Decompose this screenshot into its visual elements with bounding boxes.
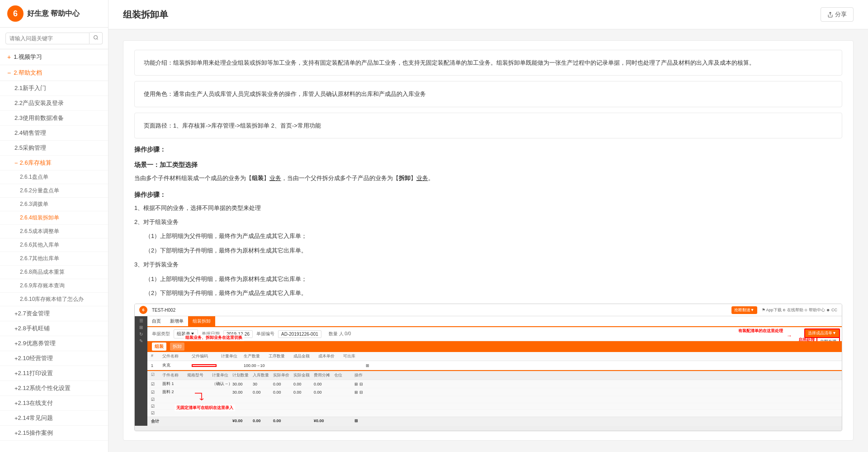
step2-1: （1）上部明细为父件明细，最终作为产成品生成其它入库单； — [145, 231, 842, 241]
mock-logo: 6 — [139, 306, 147, 314]
annotation-1: 有装配清单的在这里处理 — [738, 328, 783, 334]
path-text: 页面路径：1、库存核算->库存管理->组装拆卸单 2、首页->常用功能 — [144, 122, 321, 129]
sidebar-item-cases-label: 2.15操作案例 — [18, 429, 53, 437]
mock-tab-active: 组装拆卸 — [188, 316, 215, 326]
mock-no-label: 单据编号 — [256, 331, 274, 337]
sidebar-item-payment-label: 2.13在线支付 — [18, 399, 53, 407]
intro-box-2: 使用角色：通常由生产人员或库管人员完成拆装业务的操作，库管人员确认原材料的出库和… — [134, 81, 842, 107]
nav-section: + 1.视频学习 − 2.帮助文档 2.1新手入门 2.2产品安装及登录 2.3… — [0, 49, 108, 441]
mock-detail-row-2: ☑ 面料 2 30.00 0.00 0.00 0.00 0.00 — [147, 388, 842, 396]
mock-main: ☰ ⊞ ↻ ✎ 自页 新增单 组装拆卸 — [135, 316, 842, 426]
sidebar-item-print-label: 2.11打印设置 — [18, 369, 53, 377]
search-box — [0, 28, 108, 49]
mock-type-label: 单据类型 — [152, 331, 170, 337]
scene-desc: 当由多个子件材料组装成一个成品的业务为【组装】业务，当由一个父件拆分成多个子产品… — [134, 173, 842, 183]
plus-icon2: + — [14, 310, 18, 317]
annotation-arrow5 — [193, 391, 206, 403]
mock-detail-row-3: ☑ — [147, 396, 842, 403]
sidebar-item-new-label: 2.1新手入门 — [14, 84, 46, 92]
content-area: 功能介绍：组装拆卸单用来处理企业组装或拆卸等加工业务，支持有固定装配清单的产品加… — [123, 40, 854, 441]
mock-disassembly-btn: 拆卸 — [170, 343, 184, 351]
sidebar-item-transfer[interactable]: 2.6.3调拨单 — [0, 198, 108, 211]
search-button[interactable] — [90, 32, 103, 44]
sidebar-item-personalize-label: 2.12系统个性化设置 — [18, 384, 71, 392]
plus-icon6: + — [14, 370, 18, 377]
mock-no-val: AD-20191226-001 — [278, 330, 321, 338]
sidebar-item-cost-adj[interactable]: 2.6.5成本调整单 — [0, 225, 108, 238]
mock-nav-icon4: ✎ — [139, 338, 143, 343]
ops-sub-title: 操作步骤： — [134, 191, 842, 199]
mock-detail-row-5: ☑ — [147, 410, 842, 417]
search-input[interactable] — [5, 33, 90, 44]
plus-icon4: + — [14, 340, 18, 347]
sidebar-item-other-in-label: 2.6.6其他入库单 — [20, 241, 59, 249]
sidebar-item-operation[interactable]: + 2.10经营管理 — [0, 351, 108, 366]
sidebar-item-docs[interactable]: − 2.帮助文档 — [0, 65, 108, 81]
sidebar-item-prepare[interactable]: 2.3使用前数据准备 — [0, 111, 108, 126]
sidebar-item-coupon-label: 2.9优惠券管理 — [18, 339, 56, 347]
scene-title: 场景一：加工类型选择 — [134, 161, 842, 169]
sidebar-item-personalize[interactable]: + 2.12系统个性化设置 — [0, 381, 108, 396]
plus-icon: + — [7, 53, 11, 61]
mock-nav-icon1: ☰ — [139, 318, 143, 323]
sidebar-item-error[interactable]: 2.6.10库存账本错了怎么办 — [0, 293, 108, 306]
share-button[interactable]: 分享 — [821, 7, 854, 22]
sidebar-item-purchase[interactable]: 2.5采购管理 — [0, 141, 108, 156]
sidebar-item-operation-label: 2.10经营管理 — [18, 354, 53, 362]
sidebar-item-faq-label: 2.14常见问题 — [18, 414, 53, 422]
mock-topbar: 6 TEST-H002 抢断翻速▼ ⚑ App下载 ⊕ 在线帮助 ⊙ 帮助中心 … — [135, 304, 842, 316]
sidebar-item-faq[interactable]: + 2.14常见问题 — [0, 411, 108, 426]
sidebar-header: 6 好生意 帮助中心 — [0, 0, 108, 28]
annotation-arrow1: → — [787, 333, 792, 339]
sidebar-item-sales[interactable]: 2.4销售管理 — [0, 126, 108, 141]
sidebar-item-ledger-label: 2.6.9库存账本查询 — [20, 282, 65, 290]
minus-icon2: − — [14, 160, 18, 167]
sidebar-item-other-in[interactable]: 2.6.6其他入库单 — [0, 238, 108, 252]
svg-line-1 — [97, 38, 98, 39]
sidebar-item-sales-label: 2.4销售管理 — [14, 129, 46, 137]
sidebar-item-new[interactable]: 2.1新手入门 — [0, 81, 108, 96]
plus-icon10: + — [14, 430, 18, 437]
logo-title: 好生意 帮助中心 — [27, 9, 80, 19]
mock-table-row-1: 1 夹克 100.00→10 ⊞ — [147, 361, 842, 370]
sidebar-item-video[interactable]: + 1.视频学习 — [0, 49, 108, 65]
sidebar-item-ledger[interactable]: 2.6.9库存账本查询 — [0, 279, 108, 293]
mock-select-bom-btn: 选择成品清单▼ — [804, 328, 840, 338]
sidebar-item-cost-recalc-label: 2.6.8商品成本重算 — [20, 268, 65, 276]
sidebar-item-weight-label: 2.6.2分量盘点单 — [20, 187, 59, 195]
mock-qty-label: 数量 人 0/0 — [329, 331, 351, 337]
sidebar-item-error-label: 2.6.10库存账本错了怎么办 — [20, 295, 84, 303]
sidebar-item-weight[interactable]: 2.6.2分量盘点单 — [0, 184, 108, 198]
step1: 1、根据不同的业务，选择不同单据的类型来处理 — [134, 203, 842, 213]
step2: 2、对于组装业务 — [134, 217, 842, 227]
mock-tabs: 自页 新增单 组装拆卸 — [147, 316, 842, 327]
main-content: 功能介绍：组装拆卸单用来处理企业组装或拆卸等加工业务，支持有固定装配清单的产品加… — [108, 29, 868, 452]
mock-tab-new: 新增单 — [165, 316, 188, 326]
sidebar-item-print[interactable]: + 2.11打印设置 — [0, 366, 108, 381]
mock-totals: 合计 ¥0.00 0.00 0.00 ¥0.00 — [147, 417, 842, 426]
step3-1: （1）上部明细为父件明细，最终作为原材料生成其它出库单； — [145, 274, 842, 284]
sidebar-item-stocktake[interactable]: 2.6.1盘点单 — [0, 171, 108, 184]
annotation-4: 组装业务、拆卸业务在这里切换 — [184, 334, 244, 341]
sidebar-item-finance[interactable]: + 2.7资金管理 — [0, 306, 108, 321]
mock-type-switcher: 组装 拆卸 组装业务、拆卸业务在这里切换 — [147, 341, 842, 352]
mock-nav-icon3: ↻ — [139, 332, 143, 337]
sidebar-item-install[interactable]: 2.2产品安装及登录 — [0, 96, 108, 111]
mock-lower-table: ☑ 子件名称 规格型号 计量单位 计划数量 入库数量 实际单价 实际金额 费用分… — [147, 370, 842, 426]
sidebar-item-inventory[interactable]: − 2.6库存核算 — [0, 156, 108, 171]
plus-icon8: + — [14, 400, 18, 407]
screenshot-container: 6 TEST-H002 抢断翻速▼ ⚑ App下载 ⊕ 在线帮助 ⊙ 帮助中心 … — [134, 304, 842, 431]
plus-icon9: + — [14, 415, 18, 422]
sidebar-item-cases[interactable]: + 2.15操作案例 — [0, 426, 108, 441]
sidebar-item-mobile[interactable]: + 2.8手机旺铺 — [0, 321, 108, 336]
sidebar-item-assembly[interactable]: 2.6.4组装拆卸单 — [0, 211, 108, 225]
sidebar-item-payment[interactable]: + 2.13在线支付 — [0, 396, 108, 411]
mock-form-area: 单据类型 组装单▼ 单据日期 2019-12-26 单据编号 AD-201912… — [147, 327, 842, 341]
step3-2: （2）下部明细为子件明细，最终作为产成品生成其它入库单。 — [145, 288, 842, 298]
sidebar-item-finance-label: 2.7资金管理 — [18, 309, 50, 318]
sidebar-item-other-out[interactable]: 2.6.7其他出库单 — [0, 252, 108, 266]
sidebar-item-cost-recalc[interactable]: 2.6.8商品成本重算 — [0, 266, 108, 279]
intro-text-1: 功能介绍：组装拆卸单用来处理企业组装或拆卸等加工业务，支持有固定装配清单的产品加… — [144, 59, 755, 66]
sidebar-item-coupon[interactable]: + 2.9优惠券管理 — [0, 336, 108, 351]
intro-text-2: 使用角色：通常由生产人员或库管人员完成拆装业务的操作，库管人员确认原材料的出库和… — [144, 90, 426, 97]
